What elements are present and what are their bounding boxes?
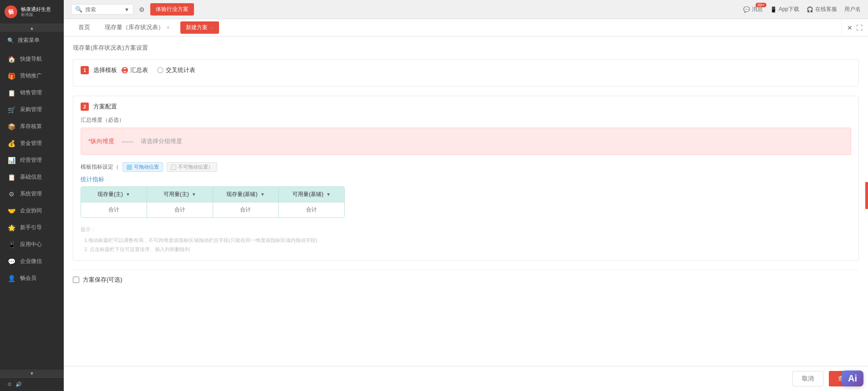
system-icon: ⚙ [7,190,15,198]
topbar-gear-icon[interactable]: ⚙ [139,6,145,13]
template-radio-group: 汇总表 交叉统计表 [122,66,195,74]
sidebar-item-corp[interactable]: 🤝 企业协同 [0,202,64,219]
col-available-aux[interactable]: 可用量(基辅) ▼ [279,187,344,202]
home-icon: 🏠 [7,56,15,63]
topbar-search-box[interactable]: 🔍 ▼ [71,4,133,15]
sidebar-item-wechat[interactable]: 💬 企业微信 [0,253,64,270]
tab-inventory[interactable]: 现存量（库存状况表） × [97,20,177,36]
sidebar-item-operations[interactable]: 📊 经营管理 [0,152,64,169]
member-icon: 👤 [7,275,15,282]
headset-icon: 🎧 [807,6,813,13]
sidebar-scroll-down[interactable]: ▼ [0,370,64,377]
dimension-area: *纵向维度 —— 请选择分组维度 [81,128,851,155]
window-expand-button[interactable]: ⛶ [856,24,863,31]
sidebar-item-member[interactable]: 👤 畅会员 [0,270,64,287]
user-menu-button[interactable]: 用户名 [844,5,861,13]
window-controls: ✕ ⛶ [841,19,868,36]
dimension-required: *纵向维度 [88,137,114,145]
page-title: 现存量(库存状况表)方案设置 [73,44,859,52]
dimension-config-label: 汇总维度（必选） [81,116,851,124]
sidebar-item-system[interactable]: ⚙ 系统管理 [0,185,64,202]
section1-header: 1 选择模板 汇总表 交叉统计表 [81,66,851,74]
non-draggable-tag: 不可拖动位置） [167,162,217,172]
sidebar-search-item[interactable]: 🔍 搜索菜单 [0,32,64,49]
cancel-button[interactable]: 取消 [792,371,823,386]
sidebar-scroll-up[interactable]: ▲ [0,24,64,32]
audio-footer-icon[interactable]: 🔊 [15,381,22,387]
operations-icon: 📊 [7,157,15,164]
topbar-dropdown-icon[interactable]: ▼ [124,7,129,12]
dimension-placeholder[interactable]: 请选择分组维度 [141,137,182,145]
sidebar-nav: 🏠 快捷导航 🎁 营销推广 📋 销售管理 🛒 采购管理 📦 库存核算 💰 资金管… [0,49,64,370]
sidebar-item-basic-info[interactable]: 📋 基础信息 [0,169,64,185]
section-plan-config: 2 方案配置 汇总维度（必选） *纵向维度 —— 请选择分组维度 模板指标设定（… [73,96,859,261]
stats-section: 统计指标 现存量(主) ▼ 可用量(主) ▼ 现存量(基辅) [81,175,851,218]
corp-icon: 🤝 [7,207,15,215]
save-row: 方案保存(可选) [73,270,859,289]
col-available-main-chevron[interactable]: ▼ [192,192,196,197]
tab-inventory-close[interactable]: × [167,25,169,30]
content-area: 现存量(库存状况表)方案设置 1 选择模板 汇总表 交叉统计表 [64,36,868,366]
radio-summary-circle [122,67,128,73]
dimension-separator: —— [122,138,133,145]
sidebar-item-finance[interactable]: 💰 资金管理 [0,135,64,152]
settings-footer-icon[interactable]: ⚙ [7,381,12,387]
sidebar-item-sales[interactable]: 📋 销售管理 [0,84,64,101]
topbar-search-input[interactable] [85,6,122,13]
wechat-icon: 💬 [7,258,15,265]
indicator-settings-label: 模板指标设定（ 可拖动位置 不可拖动位置） [81,162,851,172]
col-aux-stock[interactable]: 现存量(基辅) ▼ [213,187,279,202]
col-available-aux-chevron[interactable]: ▼ [326,192,331,197]
tab-new-plan-close[interactable]: × [210,25,213,31]
mobile-icon: 📱 [770,6,777,13]
tab-home[interactable]: 首页 [71,20,97,36]
purchase-icon: 🛒 [7,106,15,113]
message-icon: 💬 [743,6,750,13]
indicator-table-header: 现存量(主) ▼ 可用量(主) ▼ 现存量(基辅) ▼ 可用量(基辅) [81,187,344,202]
sidebar-item-purchase[interactable]: 🛒 采购管理 [0,101,64,118]
draggable-tag: 可拖动位置 [123,162,163,172]
tips-area: 提示： 1.拖动标题栏可以调整布局，不可跨维度或指标区域拖动栏目字段(只能在同一… [81,225,851,254]
app-center-icon: 📱 [7,241,15,248]
window-close-button[interactable]: ✕ [847,24,853,31]
sidebar-item-app-center[interactable]: 📱 应用中心 [0,236,64,253]
tab-new-plan[interactable]: 新建方案 × [180,21,219,34]
sidebar-item-inventory[interactable]: 📦 库存核算 [0,118,64,135]
footer-bar: 取消 查询 [64,366,868,391]
ai-badge[interactable]: Ai [842,370,863,386]
finance-icon: 💰 [7,140,15,147]
cell-main-stock: 合计 [81,202,147,217]
sidebar: 畅 畅康通好生意 标准版 ▲ 🔍 搜索菜单 🏠 快捷导航 🎁 营销推广 📋 销售… [0,0,64,391]
indicator-table: 现存量(主) ▼ 可用量(主) ▼ 现存量(基辅) ▼ 可用量(基辅) [81,186,345,218]
col-available-main[interactable]: 可用量(主) ▼ [147,187,213,202]
col-aux-stock-chevron[interactable]: ▼ [260,192,265,197]
col-main-stock[interactable]: 现存量(主) ▼ [81,187,147,202]
online-service-button[interactable]: 🎧 在线客服 [807,5,837,13]
section-choose-template: 1 选择模板 汇总表 交叉统计表 [73,59,859,87]
right-scroll-indicator[interactable] [865,182,868,209]
tip-1: 1.拖动标题栏可以调整布局，不可跨维度或指标区域拖动栏目字段(只能在同一维度或指… [81,236,851,245]
sidebar-item-quick-nav[interactable]: 🏠 快捷导航 [0,51,64,67]
search-icon: 🔍 [7,37,14,44]
col-main-stock-chevron[interactable]: ▼ [126,192,130,197]
sidebar-item-marketing[interactable]: 🎁 营销推广 [0,67,64,84]
radio-cross[interactable]: 交叉统计表 [157,66,195,74]
sidebar-logo: 畅 畅康通好生意 标准版 [0,0,64,24]
messages-button[interactable]: 💬 消息 99+ [743,5,763,13]
messages-badge: 99+ [756,3,766,7]
radio-summary[interactable]: 汇总表 [122,66,148,74]
inventory-icon: 📦 [7,123,15,130]
sidebar-item-newbie[interactable]: 🌟 新手引导 [0,219,64,236]
save-label: 方案保存(可选) [83,276,123,284]
app-download-button[interactable]: 📱 App下载 [770,5,799,13]
sidebar-footer: ⚙ 🔊 [0,377,64,391]
experience-industry-button[interactable]: 体验行业方案 [150,3,194,15]
section2-num: 2 [81,103,89,111]
section2-title: 方案配置 [93,103,117,111]
tabs-bar: 首页 现存量（库存状况表） × 新建方案 × ✕ ⛶ [64,19,868,36]
section1-title: 选择模板 [93,66,117,74]
save-checkbox[interactable] [73,277,79,283]
section1-num: 1 [81,66,89,74]
topbar-right: 💬 消息 99+ 📱 App下载 🎧 在线客服 用户名 [743,5,861,13]
newbie-icon: 🌟 [7,224,15,232]
